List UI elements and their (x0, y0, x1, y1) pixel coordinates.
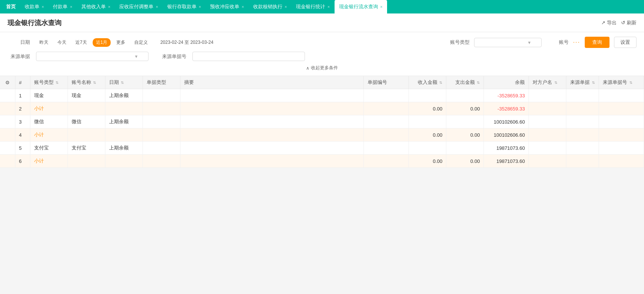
source-doc-label: 来源单据 (8, 53, 30, 60)
row-account-type: 现金 (30, 89, 68, 102)
row-balance: -3528659.33 (484, 102, 529, 115)
query-button[interactable]: 查询 (585, 37, 609, 48)
row-doc-type (143, 89, 180, 102)
row-num: 3 (15, 115, 30, 128)
nav-tab-payment[interactable]: 付款单 × (48, 0, 77, 13)
date-btn-7days[interactable]: 近7天 (72, 38, 90, 47)
row-num: 2 (15, 102, 30, 115)
column-account-type[interactable]: 账号类型 ⇅ (30, 76, 68, 89)
account-no-ellipsis-button[interactable]: ··· (573, 39, 580, 46)
row-expense (446, 89, 484, 102)
row-account-type: 小计 (30, 155, 68, 168)
nav-tab-ar-ap-adjust[interactable]: 应收应付调整单 × (115, 0, 162, 13)
row-doc-type (143, 155, 180, 168)
row-account-name: 微信 (68, 115, 105, 128)
row-summary (180, 142, 364, 155)
row-summary (180, 102, 364, 115)
close-icon[interactable]: × (70, 0, 72, 13)
date-btn-yesterday[interactable]: 昨天 (36, 38, 52, 47)
row-income (409, 142, 446, 155)
close-icon[interactable]: × (156, 0, 158, 13)
account-type-label: 账号类型 (447, 39, 470, 46)
close-icon[interactable]: × (199, 0, 201, 13)
row-expense: 0.00 (446, 155, 484, 168)
nav-tab-cash-bank-flow[interactable]: 现金银行流水查询 × (335, 0, 387, 13)
row-counterparty (529, 155, 566, 168)
export-button[interactable]: ↗ 导出 (601, 19, 617, 26)
row-counterparty (529, 89, 566, 102)
date-btn-custom[interactable]: 自定义 (131, 38, 151, 47)
nav-tab-bank-deposit[interactable]: 银行存取款单 × (163, 0, 206, 13)
account-no-label: 账号 (546, 39, 569, 46)
sort-icon: ⇅ (121, 81, 124, 85)
column-summary: 摘要 (180, 76, 364, 89)
nav-tab-collection-exec[interactable]: 收款核销执行 × (249, 0, 291, 13)
row-expense (446, 115, 484, 128)
nav-tab-other-income[interactable]: 其他收入单 × (77, 0, 115, 13)
refresh-button[interactable]: ↺ 刷新 (621, 19, 636, 26)
column-date[interactable]: 日期 ⇅ (105, 76, 143, 89)
row-doc-no (364, 102, 409, 115)
sort-icon: ⇅ (439, 81, 442, 85)
row-date (105, 128, 143, 142)
row-settings-cell (0, 89, 15, 102)
row-source-doc-no (599, 102, 644, 115)
nav-tab-pre-charge[interactable]: 预收冲应收单 × (206, 0, 248, 13)
row-account-type: 小计 (30, 128, 68, 142)
settings-button[interactable]: 设置 (614, 37, 636, 48)
data-table: ⚙ # 账号类型 ⇅ 账号名称 ⇅ 日期 ⇅ 单据类型 摘要 (0, 76, 644, 168)
row-balance: 19871073.60 (484, 142, 529, 155)
row-settings-cell (0, 128, 15, 142)
column-source-doc-no[interactable]: 来源单据号 ⇅ (599, 76, 644, 89)
close-icon[interactable]: × (242, 0, 244, 13)
row-summary (180, 155, 364, 168)
source-doc-select[interactable]: ▾ (36, 52, 149, 61)
row-counterparty (529, 115, 566, 128)
close-icon[interactable]: × (42, 0, 44, 13)
row-income (409, 89, 446, 102)
date-options: 昨天 今天 近7天 近1月 更多 自定义 (36, 38, 151, 47)
row-source-doc-no (599, 128, 644, 142)
row-account-type: 支付宝 (30, 142, 68, 155)
column-settings[interactable]: ⚙ (0, 76, 15, 89)
row-settings-cell (0, 115, 15, 128)
row-doc-no (364, 142, 409, 155)
source-doc-no-input[interactable] (192, 52, 305, 61)
date-btn-1month[interactable]: 近1月 (93, 38, 111, 47)
chevron-down-icon: ▾ (528, 40, 531, 45)
date-range-display: 2023-02-24 至 2023-03-24 (160, 39, 213, 46)
column-account-name[interactable]: 账号名称 ⇅ (68, 76, 105, 89)
close-icon[interactable]: × (285, 0, 287, 13)
row-summary (180, 89, 364, 102)
nav-tab-cash-bank-stat[interactable]: 现金银行统计 × (291, 0, 334, 13)
row-summary (180, 115, 364, 128)
close-icon[interactable]: × (380, 0, 383, 13)
column-counterparty[interactable]: 对方户名 ⇅ (529, 76, 566, 89)
close-icon[interactable]: × (327, 0, 330, 13)
nav-home[interactable]: 首页 (2, 0, 20, 13)
close-icon[interactable]: × (108, 0, 110, 13)
column-balance: 余额 (484, 76, 529, 89)
refresh-icon: ↺ (621, 20, 625, 25)
row-account-name (68, 102, 105, 115)
table-row: 5 支付宝 支付宝 上期余额 19871073.60 (0, 142, 644, 155)
filter-row-1: 日期 昨天 今天 近7天 近1月 更多 自定义 2023-02-24 至 202… (8, 37, 636, 48)
collapse-button[interactable]: ∧ 收起更多条件 (306, 65, 338, 71)
nav-tab-receipt[interactable]: 收款单 × (20, 0, 48, 13)
row-date: 上期余额 (105, 89, 143, 102)
table-row: 2 小计 0.00 0.00 -3528659.33 (0, 102, 644, 115)
column-source-doc[interactable]: 来源单据 ⇅ (566, 76, 599, 89)
row-expense (446, 142, 484, 155)
row-source-doc (566, 142, 599, 155)
row-source-doc (566, 102, 599, 115)
filter-area: 日期 昨天 今天 近7天 近1月 更多 自定义 2023-02-24 至 202… (0, 32, 644, 76)
column-expense[interactable]: 支出金额 ⇅ (446, 76, 484, 89)
date-btn-more[interactable]: 更多 (113, 38, 129, 47)
account-type-select[interactable]: ▾ (474, 38, 542, 47)
chevron-down-icon: ▾ (135, 54, 138, 59)
table-row: 6 小计 0.00 0.00 19871073.60 (0, 155, 644, 168)
column-income[interactable]: 收入金额 ⇅ (409, 76, 446, 89)
date-btn-today[interactable]: 今天 (54, 38, 70, 47)
column-num: # (15, 76, 30, 89)
row-num: 4 (15, 128, 30, 142)
